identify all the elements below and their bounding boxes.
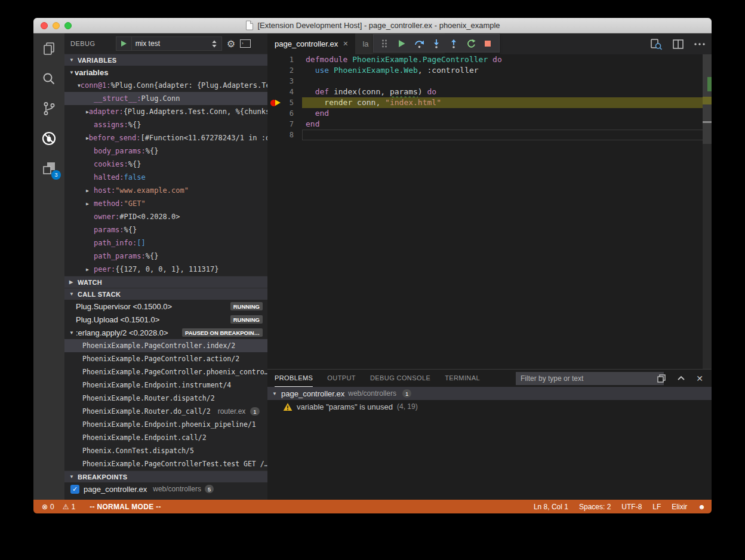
warning-count[interactable]: ⚠ 1 bbox=[60, 503, 78, 511]
problems-file-path: web/controllers bbox=[348, 389, 396, 398]
variable-row[interactable]: ▼conn@1: %Plug.Conn{adapter: {Plug.Adapt… bbox=[64, 79, 267, 92]
tab-close-icon[interactable]: ✕ bbox=[343, 40, 348, 48]
more-actions-icon[interactable] bbox=[694, 42, 706, 46]
variable-row[interactable]: owner: #PID<0.2028.0> bbox=[64, 210, 267, 223]
call-stack-frame-row[interactable]: PhoenixExample.PageController.index/2 bbox=[64, 339, 267, 352]
variable-row[interactable]: ▶before_send: [#Function<11.67278243/1 i… bbox=[64, 131, 267, 144]
status-item-spaces-2[interactable]: Spaces: 2 bbox=[579, 503, 611, 511]
variable-row[interactable]: path_info: [] bbox=[64, 236, 267, 250]
editor-gutter[interactable]: 5 bbox=[267, 97, 302, 108]
variable-row[interactable]: ▶adapter: {Plug.Adapters.Test.Conn, %{ch… bbox=[64, 105, 267, 118]
editor-gutter[interactable]: 8 bbox=[267, 130, 302, 140]
status-item-utf-8[interactable]: UTF-8 bbox=[621, 503, 642, 511]
variable-row[interactable]: assigns: %{} bbox=[64, 118, 267, 131]
launch-config-select[interactable]: mix test bbox=[132, 39, 221, 48]
variable-row[interactable]: ▶method: "GET" bbox=[64, 197, 267, 210]
step-into-icon[interactable] bbox=[430, 38, 442, 50]
debug-console-icon[interactable]: › bbox=[240, 39, 251, 48]
call-stack-thread-row[interactable]: Plug.Upload <0.1501.0>RUNNING bbox=[64, 313, 267, 326]
call-stack-frame-row[interactable]: PhoenixExample.Router.dispatch/2 bbox=[64, 392, 267, 405]
editor-gutter[interactable]: 2 bbox=[267, 65, 302, 76]
status-item-ln-8-col-1[interactable]: Ln 8, Col 1 bbox=[534, 503, 568, 511]
status-item-lf[interactable]: LF bbox=[652, 503, 661, 511]
variable-row[interactable]: halted: false bbox=[64, 171, 267, 184]
editor-gutter[interactable]: 1 bbox=[267, 54, 302, 65]
variable-row[interactable]: ▶host: "www.example.com" bbox=[64, 184, 267, 197]
maximize-panel-icon[interactable] bbox=[657, 374, 666, 383]
panel-tab-problems[interactable]: PROBLEMS bbox=[275, 370, 313, 387]
watch-section-header[interactable]: ▶ WATCH bbox=[64, 276, 267, 288]
open-preview-icon[interactable] bbox=[649, 38, 663, 50]
breakpoints-section-header[interactable]: ▼ BREAKPOINTS bbox=[64, 470, 267, 482]
call-stack-thread-row[interactable]: ▼:erlang.apply/2 <0.2028.0>PAUSED ON BRE… bbox=[64, 326, 267, 339]
start-debug-button[interactable] bbox=[116, 37, 132, 50]
panel-tab-terminal[interactable]: TERMINAL bbox=[445, 370, 480, 387]
variable-row[interactable]: ▶peer: {{127, 0, 0, 1}, 111317} bbox=[64, 263, 267, 276]
panel-tab-output[interactable]: OUTPUT bbox=[327, 370, 356, 387]
variable-value: %{} bbox=[128, 121, 141, 129]
editor-gutter[interactable]: 4 bbox=[267, 87, 302, 97]
status-item-elixir[interactable]: Elixir bbox=[672, 503, 687, 511]
configure-gear-icon[interactable]: ⚙ bbox=[227, 38, 235, 50]
editor-gutter[interactable]: 7 bbox=[267, 119, 302, 130]
breakpoint-checkbox[interactable]: ✓ bbox=[70, 485, 79, 494]
variables-section-header[interactable]: ▼ VARIABLES bbox=[64, 54, 267, 66]
variable-value: "www.example.com" bbox=[115, 186, 189, 195]
editor-tab-1[interactable]: page_controller.ex✕ bbox=[267, 33, 355, 54]
activity-item-debug[interactable] bbox=[41, 130, 57, 147]
minimize-window-button[interactable] bbox=[53, 22, 60, 29]
editor-gutter[interactable]: 3 bbox=[267, 76, 302, 87]
variable-name: cookies: bbox=[94, 160, 128, 168]
continue-icon[interactable] bbox=[396, 38, 408, 50]
call-stack-frame-row[interactable]: PhoenixExample.Endpoint.call/2 bbox=[64, 431, 267, 444]
activity-item-search[interactable] bbox=[41, 70, 57, 87]
collapse-panel-icon[interactable] bbox=[677, 376, 685, 381]
call-stack-frame-row[interactable]: PhoenixExample.Endpoint.instrument/4 bbox=[64, 379, 267, 392]
code-editor[interactable]: 1defmodule PhoenixExample.PageController… bbox=[267, 54, 712, 369]
breakpoint-paused-icon[interactable] bbox=[270, 99, 281, 106]
problem-row[interactable]: variable "params" is unused(4, 19) bbox=[267, 400, 712, 413]
call-stack-frame-row[interactable]: PhoenixExample.PageController.phoenix_co… bbox=[64, 365, 267, 379]
panel-tab-bar: PROBLEMSOUTPUTDEBUG CONSOLETERMINAL✕ bbox=[267, 370, 712, 387]
variable-name: adapter: bbox=[89, 107, 124, 116]
variable-row[interactable]: __struct__: Plug.Conn bbox=[64, 92, 267, 105]
problems-file-group[interactable]: ▼ page_controller.ex web/controllers 1 bbox=[267, 387, 712, 400]
variables-scope-row[interactable]: ▼variables bbox=[64, 66, 267, 79]
breakpoint-row[interactable]: ✓page_controller.exweb/controllers5 bbox=[64, 482, 267, 496]
activity-item-source-control[interactable] bbox=[41, 100, 57, 117]
activity-item-explorer[interactable] bbox=[41, 41, 57, 57]
call-stack-section-header[interactable]: ▼ CALL STACK bbox=[64, 288, 267, 300]
call-stack-frame-row[interactable]: PhoenixExample.Endpoint.phoenix_pipeline… bbox=[64, 418, 267, 431]
variable-value: %{} bbox=[146, 147, 159, 155]
stop-icon[interactable] bbox=[482, 38, 494, 50]
call-stack-frame-row[interactable]: PhoenixExample.Router.do_call/2router.ex… bbox=[64, 405, 267, 418]
activity-item-extensions[interactable]: 3 bbox=[41, 160, 57, 177]
step-out-icon[interactable] bbox=[448, 38, 460, 50]
variable-row[interactable]: cookies: %{} bbox=[64, 158, 267, 171]
overview-ruler[interactable] bbox=[703, 54, 712, 369]
variable-row[interactable]: body_params: %{} bbox=[64, 144, 267, 158]
chevron-right-icon: ▶ bbox=[86, 201, 94, 207]
error-count[interactable]: ⊗ 0 bbox=[39, 503, 57, 511]
close-window-button[interactable] bbox=[41, 22, 48, 29]
call-stack-frame-row[interactable]: PhoenixExample.PageControllerTest.test G… bbox=[64, 457, 267, 470]
document-icon bbox=[245, 20, 254, 30]
close-panel-icon[interactable]: ✕ bbox=[696, 374, 703, 383]
restart-icon[interactable] bbox=[465, 38, 477, 50]
step-over-icon[interactable] bbox=[413, 38, 425, 50]
code-text: end bbox=[302, 119, 712, 130]
variable-row[interactable]: params: %{} bbox=[64, 223, 267, 236]
call-stack-frame-row[interactable]: Phoenix.ConnTest.dispatch/5 bbox=[64, 444, 267, 457]
call-stack-frame-row[interactable]: PhoenixExample.PageController.action/2 bbox=[64, 352, 267, 365]
call-stack-thread-row[interactable]: Plug.Supervisor <0.1500.0>RUNNING bbox=[64, 300, 267, 313]
variable-row[interactable]: path_params: %{} bbox=[64, 250, 267, 263]
problems-filter-input[interactable] bbox=[516, 372, 664, 385]
variable-name: method: bbox=[94, 199, 124, 208]
zoom-window-button[interactable] bbox=[64, 22, 72, 29]
editor-gutter[interactable]: 6 bbox=[267, 108, 302, 119]
split-editor-icon[interactable] bbox=[672, 39, 684, 50]
panel-tab-debug-console[interactable]: DEBUG CONSOLE bbox=[370, 370, 430, 387]
code-line: 1defmodule PhoenixExample.PageController… bbox=[267, 54, 712, 65]
feedback-smiley-icon[interactable]: ☻ bbox=[698, 503, 706, 511]
error-icon: ⊗ bbox=[42, 503, 48, 511]
